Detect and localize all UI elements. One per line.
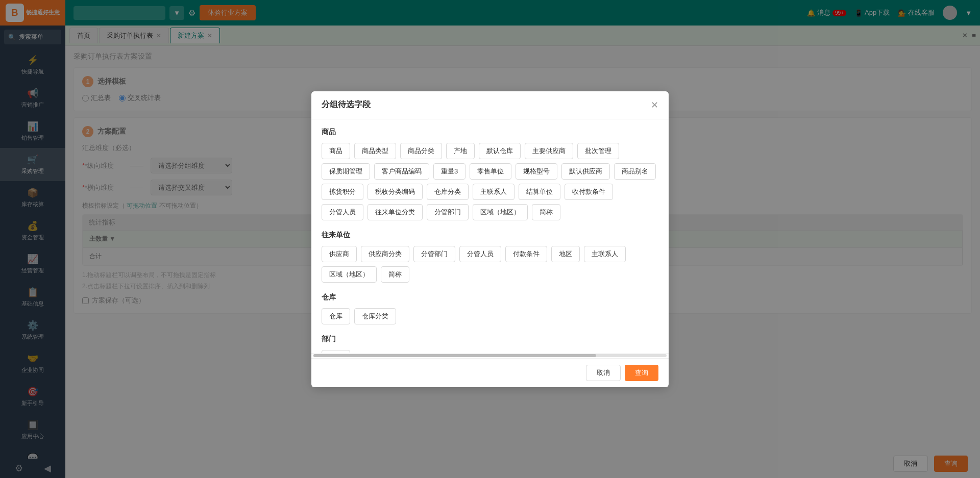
field-tag-warehouse[interactable]: 仓库 [322, 308, 350, 324]
field-tag-default-supplier[interactable]: 默认供应商 [561, 163, 610, 180]
field-tag-payment-cond[interactable]: 付款条件 [505, 246, 547, 262]
field-tag-weight3[interactable]: 重量3 [433, 163, 465, 180]
modal-close-button[interactable]: ✕ [651, 99, 658, 111]
field-tag-from-unit[interactable]: 往来单位分类 [368, 204, 423, 220]
field-tag-origin[interactable]: 产地 [446, 143, 475, 159]
modal-footer: 取消 查询 [311, 358, 669, 387]
field-tag-branch-dept[interactable]: 分管部门 [427, 204, 469, 220]
field-tag-manager[interactable]: 分管人员 [322, 204, 363, 220]
field-tag-warehouse-category[interactable]: 仓库分类 [427, 184, 469, 200]
field-tags-product: 商品 商品类型 商品分类 产地 默认仓库 主要供应商 批次管理 保质期管理 客户… [322, 143, 658, 220]
field-tag-customer-code[interactable]: 客户商品编码 [374, 163, 429, 180]
field-tag-warehouse-cat[interactable]: 仓库分类 [354, 308, 396, 324]
field-tag-quality-period[interactable]: 保质期管理 [322, 163, 370, 180]
field-tag-settlement-unit[interactable]: 结算单位 [519, 184, 560, 200]
field-tag-payment-terms[interactable]: 收付款条件 [565, 184, 613, 200]
field-group-product-title: 商品 [322, 128, 658, 137]
modal-cancel-button[interactable]: 取消 [586, 365, 621, 381]
field-tag-branch-staff[interactable]: 分管人员 [459, 246, 501, 262]
field-tag-redeem-points[interactable]: 拣货积分 [322, 184, 363, 200]
modal-confirm-button[interactable]: 查询 [625, 365, 658, 381]
field-group-department: 部门 部门 [322, 335, 658, 353]
field-tag-main-contact[interactable]: 主联系人 [473, 184, 514, 200]
modal-body: 商品 商品 商品类型 商品分类 产地 默认仓库 主要供应商 批次管理 保质期管理… [311, 119, 669, 353]
field-tag-tax-code[interactable]: 税收分类编码 [368, 184, 423, 200]
field-tag-branch-dept2[interactable]: 分管部门 [413, 246, 455, 262]
field-group-product: 商品 商品 商品类型 商品分类 产地 默认仓库 主要供应商 批次管理 保质期管理… [322, 128, 658, 220]
field-tag-area[interactable]: 地区 [551, 246, 580, 262]
field-group-warehouse-title: 仓库 [322, 293, 658, 302]
modal-title: 分组待选字段 [322, 99, 371, 110]
field-group-department-title: 部门 [322, 335, 658, 344]
modal-dialog: 分组待选字段 ✕ 商品 商品 商品类型 商品分类 产地 默认仓库 主要供应商 批… [311, 91, 669, 387]
modal-header: 分组待选字段 ✕ [311, 91, 669, 119]
field-tags-warehouse: 仓库 仓库分类 [322, 308, 658, 324]
field-tag-region[interactable]: 区域（地区） [473, 204, 528, 220]
field-tag-abbr2[interactable]: 简称 [381, 266, 409, 283]
field-group-counterpart: 往来单位 供应商 供应商分类 分管部门 分管人员 付款条件 地区 主联系人 区域… [322, 231, 658, 283]
field-tag-supplier[interactable]: 供应商 [322, 246, 357, 262]
field-tag-commodity-type[interactable]: 商品类型 [354, 143, 396, 159]
field-tag-main-supplier[interactable]: 主要供应商 [525, 143, 573, 159]
field-tag-commodity-category[interactable]: 商品分类 [400, 143, 442, 159]
field-tag-default-warehouse[interactable]: 默认仓库 [479, 143, 521, 159]
field-group-warehouse: 仓库 仓库 仓库分类 [322, 293, 658, 324]
field-tag-batch-mgmt[interactable]: 批次管理 [577, 143, 619, 159]
field-tag-commodity-alias[interactable]: 商品别名 [614, 163, 656, 180]
field-tag-commodity[interactable]: 商品 [322, 143, 350, 159]
modal-overlay: 分组待选字段 ✕ 商品 商品 商品类型 商品分类 产地 默认仓库 主要供应商 批… [0, 0, 980, 478]
field-group-counterpart-title: 往来单位 [322, 231, 658, 240]
field-tag-region2[interactable]: 区域（地区） [322, 266, 377, 283]
modal-horizontal-scrollbar[interactable] [311, 353, 669, 358]
field-tags-counterpart: 供应商 供应商分类 分管部门 分管人员 付款条件 地区 主联系人 区域（地区） … [322, 246, 658, 283]
field-tag-main-contact2[interactable]: 主联系人 [584, 246, 626, 262]
field-tag-abbr[interactable]: 简称 [532, 204, 560, 220]
field-tag-supplier-category[interactable]: 供应商分类 [361, 246, 409, 262]
field-tag-spec-model[interactable]: 规格型号 [516, 163, 557, 180]
field-tag-retail-unit[interactable]: 零售单位 [470, 163, 511, 180]
